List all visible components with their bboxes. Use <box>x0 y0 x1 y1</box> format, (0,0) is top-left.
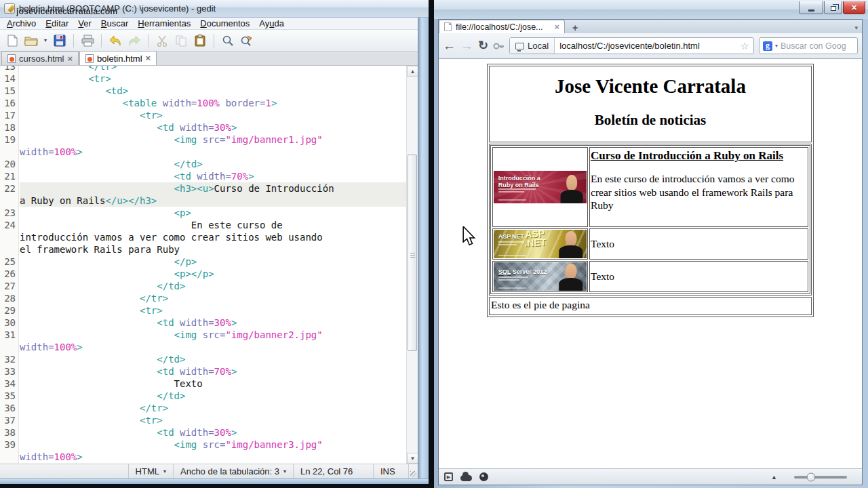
scrollbar-down-icon[interactable]: ▼ <box>407 453 418 464</box>
scrollbar-thumb[interactable] <box>408 155 417 351</box>
code-line[interactable]: 34Texto <box>0 378 406 390</box>
code-line[interactable]: 33<td width=70%> <box>0 365 406 378</box>
code-text: <tr> <box>17 73 111 85</box>
chevron-down-icon: ▾ <box>283 468 286 474</box>
code-line[interactable]: introducción vamos a ver como crear siti… <box>0 231 406 243</box>
code-line[interactable]: 32</td> <box>0 353 406 365</box>
new-tab-button[interactable]: + <box>567 22 583 33</box>
menu-buscar[interactable]: Buscar <box>98 18 135 28</box>
window-border <box>418 18 429 479</box>
zoom-expand-icon[interactable]: ▲ <box>771 474 777 481</box>
save-icon[interactable] <box>52 33 68 49</box>
url-text[interactable]: localhost/C:/josevicente/boletin.html <box>555 41 736 51</box>
code-line[interactable]: width=100%> <box>0 146 406 158</box>
menu-herramientas[interactable]: Herramientas <box>135 18 197 28</box>
redo-icon[interactable] <box>126 33 142 49</box>
menu-editar[interactable]: Editar <box>43 18 75 28</box>
editor-tab-cursos[interactable]: cursos.html × <box>1 52 79 65</box>
menu-documentos[interactable]: Documentos <box>197 18 256 28</box>
code-line[interactable]: 29<tr> <box>0 304 406 317</box>
tab-list-icon[interactable]: ▾ <box>854 24 858 31</box>
code-line[interactable]: 39<img src="img/banner3.jpg" <box>0 439 406 451</box>
code-text: <td width=30%> <box>17 426 237 439</box>
zoom-slider[interactable] <box>794 476 847 479</box>
code-line[interactable]: 26<p></p> <box>0 268 406 280</box>
back-icon[interactable]: ← <box>443 39 456 52</box>
code-line[interactable]: 30<td width=30%> <box>0 317 406 329</box>
browser-tab[interactable]: file://localhost/C:/jose... × <box>439 20 565 33</box>
code-line[interactable]: 14<tr> <box>0 73 406 85</box>
minimize-button[interactable] <box>799 1 823 14</box>
menu-archivo[interactable]: Archivo <box>4 18 43 28</box>
page-icon <box>444 22 452 31</box>
code-line[interactable]: 23<p> <box>0 207 406 219</box>
search-replace-icon[interactable] <box>239 33 255 49</box>
banner-subtitle-lines <box>498 277 528 282</box>
code-line[interactable]: 37<tr> <box>0 414 406 426</box>
editor-tab-boletin[interactable]: boletin.html × <box>79 51 157 65</box>
code-line[interactable]: 16<table width=100% border=1> <box>0 97 406 109</box>
new-document-icon[interactable] <box>4 33 20 49</box>
browser-titlebar[interactable]: × <box>434 0 868 19</box>
sidebar-toggle-icon[interactable]: ▶ <box>444 472 453 481</box>
undo-icon[interactable] <box>107 33 123 49</box>
search-box[interactable]: g ▾ Buscar con Goog <box>759 37 858 54</box>
copy-icon[interactable] <box>173 33 189 49</box>
site-identity-chip[interactable]: Local <box>510 38 555 54</box>
code-line[interactable]: el framework Rails para Ruby <box>0 243 406 256</box>
code-line[interactable]: width=100%> <box>0 451 406 463</box>
paste-icon[interactable] <box>192 33 208 49</box>
tab-close-icon[interactable]: × <box>554 24 559 30</box>
code-line[interactable]: 15<td> <box>0 85 406 97</box>
editor-scrollbar[interactable]: ▲ ▼ <box>406 66 418 464</box>
code-line[interactable]: 31<img src="img/banner2.jpg" <box>0 329 406 341</box>
menu-ver[interactable]: Ver <box>75 18 98 28</box>
open-dropdown-icon[interactable]: ▾ <box>42 33 49 49</box>
code-line[interactable]: 22<h3><u>Curso de Introducción <box>0 182 406 195</box>
cut-icon[interactable] <box>154 33 170 49</box>
code-text: </td> <box>17 280 185 292</box>
resize-grip[interactable] <box>408 464 418 479</box>
code-line[interactable]: a Ruby on Rails</u></h3> <box>0 195 406 207</box>
code-line[interactable]: 36</tr> <box>0 402 406 414</box>
language-mode-dropdown[interactable]: HTML ▾ <box>128 464 173 479</box>
key-icon[interactable] <box>493 41 505 53</box>
menu-ayuda[interactable]: Ayuda <box>256 18 291 28</box>
code-line[interactable]: 20</td> <box>0 158 406 170</box>
code-line[interactable]: 28</tr> <box>0 292 406 304</box>
code-line[interactable]: 17<tr> <box>0 109 406 121</box>
close-button[interactable]: × <box>843 1 865 14</box>
browser-tab-title: file://localhost/C:/jose... <box>456 22 550 32</box>
code-line[interactable]: 24En este curso de <box>0 219 406 231</box>
code-line[interactable]: 21<td width=70%> <box>0 170 406 182</box>
tab-width-dropdown[interactable]: Ancho de la tabulación: 3 ▾ <box>173 464 293 479</box>
restore-button[interactable] <box>824 1 842 14</box>
search-engine-dropdown-icon[interactable]: ▾ <box>775 43 778 49</box>
code-editor[interactable]: 13</tr>14<tr>15<td>16<table width=100% b… <box>0 66 418 464</box>
code-line[interactable]: 13</tr> <box>0 66 406 73</box>
addon-icon[interactable] <box>479 472 488 481</box>
line-number: 30 <box>0 317 17 329</box>
tab-close-icon[interactable]: × <box>146 55 151 62</box>
gedit-titlebar[interactable]: boletin.html (BOOTCAMP (C:) \josevicente… <box>0 0 429 18</box>
code-line[interactable]: 25</p> <box>0 256 406 268</box>
code-line[interactable]: 35</td> <box>0 390 406 402</box>
cloud-addon-icon[interactable] <box>460 475 472 481</box>
url-bar[interactable]: Local localhost/C:/josevicente/boletin.h… <box>509 37 754 54</box>
search-icon[interactable] <box>220 33 236 49</box>
google-icon[interactable]: g <box>763 41 772 51</box>
code-line[interactable]: 38<td width=30%> <box>0 426 406 439</box>
code-line[interactable]: width=100%> <box>0 341 406 353</box>
bookmark-star-icon[interactable]: ☆ <box>736 40 753 52</box>
scrollbar-up-icon[interactable]: ▲ <box>407 66 418 77</box>
reload-icon[interactable]: ↻ <box>478 39 488 52</box>
print-icon[interactable] <box>79 33 96 49</box>
zoom-slider-thumb[interactable] <box>806 472 815 481</box>
forward-icon[interactable]: → <box>460 39 473 52</box>
code-line[interactable]: 19<img src="img/banner1.jpg" <box>0 134 406 146</box>
tab-close-icon[interactable]: × <box>67 56 73 62</box>
code-line[interactable]: 18<td width=30%> <box>0 121 406 134</box>
aspnet-banner-image: ASP.NET ASP .NET <box>494 230 587 258</box>
code-line[interactable]: 27</td> <box>0 280 406 292</box>
open-file-icon[interactable] <box>23 33 39 49</box>
